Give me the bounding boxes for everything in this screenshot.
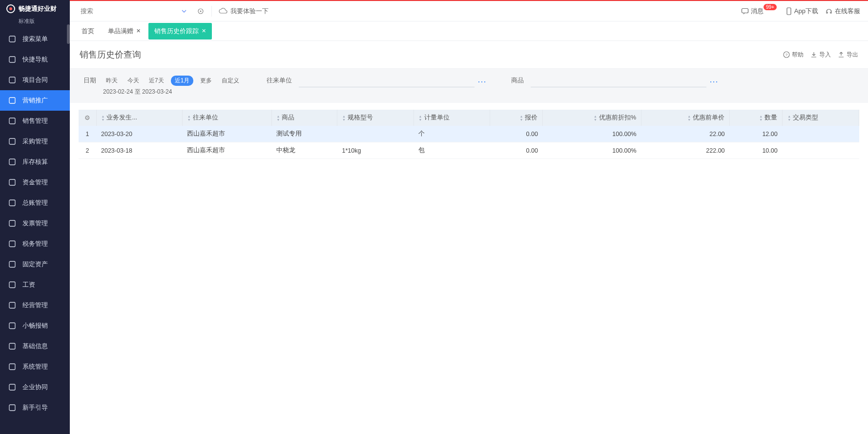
table-row[interactable]: 22023-03-18西山嘉禾超市中桡龙1*10kg包0.00100.00%22… xyxy=(79,142,859,159)
col-7[interactable]: 优惠前折扣% xyxy=(543,110,641,126)
col-9[interactable]: 数量 xyxy=(730,110,783,126)
sidebar-item-label: 固定资产 xyxy=(22,260,48,269)
sort-icon[interactable] xyxy=(187,115,191,121)
svg-rect-18 xyxy=(9,364,15,370)
date-option-2[interactable]: 近7天 xyxy=(146,76,167,86)
tax-icon xyxy=(8,239,17,248)
app-download-button[interactable]: App下载 xyxy=(784,6,820,17)
result-table: ⚙业务发生...往来单位商品规格型号计量单位报价优惠前折扣%优惠前单价数量交易类… xyxy=(79,110,859,159)
sidebar-item-9[interactable]: 发票管理 xyxy=(0,213,70,234)
tabs: 首页单品满赠✕销售历史价跟踪✕ xyxy=(70,21,868,41)
sort-icon[interactable] xyxy=(759,115,763,121)
date-option-1[interactable]: 今天 xyxy=(124,76,142,86)
product-input[interactable] xyxy=(531,76,706,87)
sort-icon[interactable] xyxy=(594,115,597,121)
filters: 日期 昨天今天近7天近1月更多自定义 2023-02-24 至 2023-03-… xyxy=(70,68,868,103)
col-8[interactable]: 优惠前单价 xyxy=(641,110,730,126)
cell: 个 xyxy=(413,126,490,142)
sidebar-item-8[interactable]: 总账管理 xyxy=(0,193,70,213)
filter-partner: 往来单位 ⋯ xyxy=(267,76,487,87)
tab-2[interactable]: 销售历史价跟踪✕ xyxy=(148,23,212,39)
invoice-icon xyxy=(8,219,17,228)
sidebar-item-18[interactable]: 新手引导 xyxy=(0,397,70,418)
sidebar-item-1[interactable]: 快捷导航 xyxy=(0,49,70,70)
salary-icon xyxy=(8,280,17,289)
search-icon xyxy=(8,35,17,43)
sidebar-item-11[interactable]: 固定资产 xyxy=(0,254,70,275)
logo-icon xyxy=(6,4,16,14)
service-button[interactable]: 在线客服 xyxy=(823,6,862,17)
partner-more-icon[interactable]: ⋯ xyxy=(477,76,487,87)
sort-icon[interactable] xyxy=(277,115,280,121)
date-range: 2023-02-24 至 2023-03-24 xyxy=(103,88,242,96)
service-label: 在线客服 xyxy=(835,7,860,16)
col-2[interactable]: 往来单位 xyxy=(182,110,271,126)
sidebar-item-6[interactable]: 库存核算 xyxy=(0,152,70,172)
sidebar-item-12[interactable]: 工资 xyxy=(0,275,70,295)
filter-date: 日期 昨天今天近7天近1月更多自定义 2023-02-24 至 2023-03-… xyxy=(83,76,242,96)
svg-point-1 xyxy=(9,7,12,10)
sidebar-item-4[interactable]: 销售管理 xyxy=(0,111,70,131)
export-label: 导出 xyxy=(847,51,858,59)
sidebar-item-label: 发票管理 xyxy=(22,219,48,228)
help-icon: ? xyxy=(783,51,790,58)
reimb-icon xyxy=(8,321,17,330)
sidebar-item-label: 库存核算 xyxy=(22,158,48,166)
help-button[interactable]: ? 帮助 xyxy=(783,51,804,59)
col-1[interactable]: 业务发生... xyxy=(96,110,182,126)
experience-link[interactable]: 我要体验一下 xyxy=(219,7,269,16)
home-icon xyxy=(8,55,17,64)
date-option-4[interactable]: 更多 xyxy=(197,76,215,86)
gear-icon[interactable] xyxy=(197,7,205,15)
sidebar-item-13[interactable]: 经营管理 xyxy=(0,295,70,316)
sort-icon[interactable] xyxy=(102,115,105,121)
date-option-0[interactable]: 昨天 xyxy=(103,76,121,86)
cell: 222.00 xyxy=(641,142,730,159)
column-settings[interactable]: ⚙ xyxy=(79,110,96,126)
sidebar-item-label: 税务管理 xyxy=(22,239,48,248)
sidebar-item-15[interactable]: 基础信息 xyxy=(0,336,70,356)
tab-label: 首页 xyxy=(82,27,94,36)
sidebar-item-10[interactable]: 税务管理 xyxy=(0,234,70,254)
table-row[interactable]: 12023-03-20西山嘉禾超市测试专用个0.00100.00%22.0012… xyxy=(79,126,859,142)
import-button[interactable]: 导入 xyxy=(810,51,831,59)
sort-icon[interactable] xyxy=(787,115,791,121)
chevron-down-icon[interactable] xyxy=(181,8,187,14)
sidebar-item-label: 基础信息 xyxy=(22,342,48,351)
col-4[interactable]: 规格型号 xyxy=(337,110,413,126)
sidebar-item-17[interactable]: 企业协同 xyxy=(0,377,70,397)
col-10[interactable]: 交易类型 xyxy=(783,110,859,126)
date-option-5[interactable]: 自定义 xyxy=(219,76,242,86)
sort-icon[interactable] xyxy=(342,115,346,121)
cell: 0.00 xyxy=(490,142,543,159)
messages-button[interactable]: 消息 99+ xyxy=(739,6,781,17)
ledger-icon xyxy=(8,198,17,207)
sort-icon[interactable] xyxy=(419,115,422,121)
sidebar-item-14[interactable]: 小畅报销 xyxy=(0,316,70,336)
sidebar-item-label: 资金管理 xyxy=(22,178,48,187)
sidebar-scrollbar[interactable] xyxy=(67,24,70,44)
tab-0[interactable]: 首页 xyxy=(76,23,100,39)
sidebar-item-16[interactable]: 系统管理 xyxy=(0,356,70,377)
close-icon[interactable]: ✕ xyxy=(202,28,206,34)
col-3[interactable]: 商品 xyxy=(271,110,337,126)
search-placeholder: 搜索 xyxy=(81,7,93,16)
cell xyxy=(337,126,413,142)
sidebar-item-7[interactable]: 资金管理 xyxy=(0,172,70,193)
export-button[interactable]: 导出 xyxy=(838,51,858,59)
col-6[interactable]: 报价 xyxy=(490,110,543,126)
sidebar-item-0[interactable]: 搜索菜单 xyxy=(0,29,70,49)
product-more-icon[interactable]: ⋯ xyxy=(709,76,719,87)
sidebar-item-5[interactable]: 采购管理 xyxy=(0,131,70,152)
cell xyxy=(783,126,859,142)
col-5[interactable]: 计量单位 xyxy=(413,110,490,126)
sidebar-item-2[interactable]: 项目合同 xyxy=(0,70,70,90)
global-search[interactable]: 搜索 xyxy=(76,5,192,18)
sidebar-item-3[interactable]: 营销推广 xyxy=(0,90,70,111)
close-icon[interactable]: ✕ xyxy=(136,28,141,34)
date-option-3[interactable]: 近1月 xyxy=(171,76,194,86)
sort-icon[interactable] xyxy=(687,115,691,121)
sort-icon[interactable] xyxy=(519,115,523,121)
partner-input[interactable] xyxy=(299,76,475,87)
tab-1[interactable]: 单品满赠✕ xyxy=(102,23,146,39)
